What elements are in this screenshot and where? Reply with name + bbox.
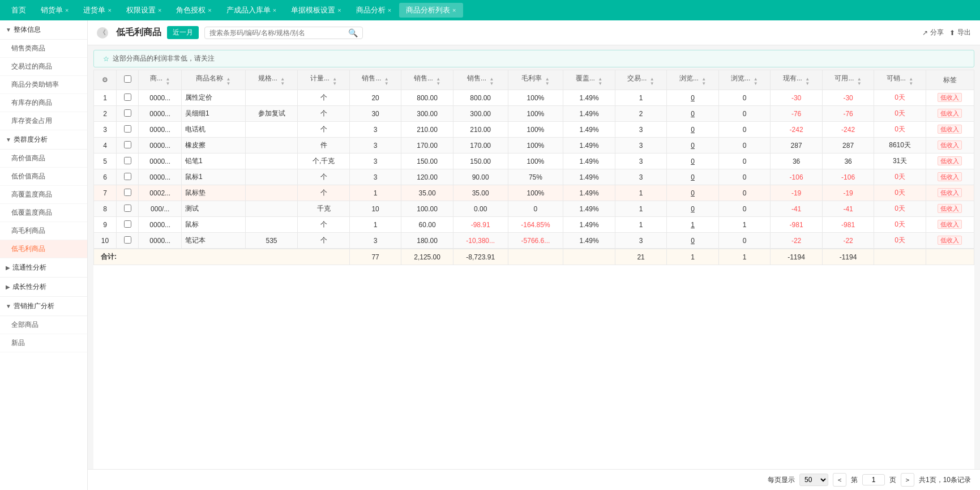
sidebar-item-in-stock[interactable]: 有库存的商品	[0, 94, 87, 112]
row-checkbox[interactable]	[117, 106, 139, 122]
col-current[interactable]: 现有... ▲▼	[771, 70, 823, 90]
nav-close-purchase[interactable]: ×	[108, 7, 111, 14]
nav-close-sales[interactable]: ×	[65, 7, 69, 14]
row-checkbox[interactable]	[117, 154, 139, 169]
select-all-checkbox[interactable]	[124, 75, 131, 83]
nav-close-analysis[interactable]: ×	[388, 7, 391, 14]
row-name[interactable]: 鼠标	[181, 217, 245, 233]
col-sale-amt1[interactable]: 销售... ▲▼	[401, 70, 453, 90]
col-tx-count[interactable]: 交易... ▲▼	[615, 70, 667, 90]
col-browse2[interactable]: 浏览... ▲▼	[718, 70, 771, 90]
nav-close-permission[interactable]: ×	[158, 7, 161, 14]
row-select-checkbox[interactable]	[124, 109, 131, 117]
row-name[interactable]: 鼠标1	[181, 169, 245, 185]
col-gross-rate[interactable]: 毛利率 ▲▼	[508, 70, 563, 90]
col-checkbox[interactable]	[117, 70, 139, 90]
nav-close-template[interactable]: ×	[337, 7, 341, 14]
nav-close-role[interactable]: ×	[208, 7, 211, 14]
page-number-input[interactable]	[862, 474, 885, 485]
row-checkbox[interactable]	[117, 233, 139, 249]
row-name[interactable]: 吴细细1	[181, 106, 245, 122]
sidebar-item-traded-goods[interactable]: 交易过的商品	[0, 58, 87, 76]
row-name[interactable]: 铅笔1	[181, 154, 245, 169]
nav-product-entry[interactable]: 产成品入库单 ×	[220, 3, 283, 18]
sidebar-group-growth[interactable]: ▶ 成长性分析	[0, 278, 87, 297]
row-checkbox[interactable]	[117, 138, 139, 154]
per-page-select[interactable]: 50 100 200	[799, 474, 828, 486]
sidebar-group-overall[interactable]: ▼ 整体信息	[0, 20, 87, 40]
row-name[interactable]: 属性定价	[181, 90, 245, 106]
col-sale-amt2[interactable]: 销售... ▲▼	[453, 70, 508, 90]
sidebar-item-category-sales[interactable]: 商品分类助销率	[0, 76, 87, 94]
row-checkbox[interactable]	[117, 90, 139, 106]
page-next-button[interactable]: ＞	[901, 473, 914, 487]
sidebar-group-marketing[interactable]: ▼ 营销推广分析	[0, 297, 87, 316]
sidebar-item-stock-capital[interactable]: 库存资金占用	[0, 112, 87, 130]
row-select-checkbox[interactable]	[124, 236, 131, 244]
sidebar-item-new-goods[interactable]: 新品	[0, 334, 87, 352]
sidebar-item-high-value[interactable]: 高价值商品	[0, 150, 87, 168]
row-browse1[interactable]: 0	[667, 138, 719, 154]
nav-home[interactable]: 首页	[5, 3, 33, 18]
row-name[interactable]: 笔记本	[181, 233, 245, 249]
row-name[interactable]: 测试	[181, 201, 245, 217]
row-name[interactable]: 橡皮擦	[181, 138, 245, 154]
col-settings[interactable]: ⚙	[94, 70, 117, 90]
row-checkbox[interactable]	[117, 169, 139, 185]
row-name[interactable]: 电话机	[181, 122, 245, 138]
row-browse1[interactable]: 0	[667, 106, 719, 122]
row-browse1[interactable]: 0	[667, 169, 719, 185]
col-unit[interactable]: 计量... ▲▼	[298, 70, 350, 90]
nav-close-analysis-list[interactable]: ×	[452, 7, 456, 14]
nav-template-settings[interactable]: 单据模板设置 ×	[284, 3, 348, 18]
sidebar-item-low-margin[interactable]: 低毛利商品	[0, 240, 87, 258]
sidebar-item-low-value[interactable]: 低价值商品	[0, 168, 87, 186]
sidebar-item-high-coverage[interactable]: 高覆盖度商品	[0, 186, 87, 204]
nav-permission-settings[interactable]: 权限设置 ×	[119, 3, 168, 18]
page-prev-button[interactable]: ＜	[833, 473, 846, 487]
row-select-checkbox[interactable]	[124, 125, 131, 133]
row-browse1[interactable]: 0	[667, 201, 719, 217]
row-browse1[interactable]: 0	[667, 154, 719, 169]
nav-sales-order[interactable]: 销货单 ×	[34, 3, 75, 18]
row-select-checkbox[interactable]	[124, 220, 131, 228]
sidebar-collapse-button[interactable]: 《	[97, 27, 108, 39]
sidebar-item-high-margin[interactable]: 高毛利商品	[0, 222, 87, 240]
sidebar-group-cluster[interactable]: ▼ 类群度分析	[0, 130, 87, 150]
col-saleable[interactable]: 可销... ▲▼	[874, 70, 926, 90]
nav-product-analysis[interactable]: 商品分析 ×	[349, 3, 398, 18]
sidebar-item-low-coverage[interactable]: 低覆盖度商品	[0, 204, 87, 222]
row-checkbox[interactable]	[117, 217, 139, 233]
period-button[interactable]: 近一月	[167, 26, 199, 39]
row-checkbox[interactable]	[117, 201, 139, 217]
row-name[interactable]: 鼠标垫	[181, 185, 245, 201]
row-browse1[interactable]: 0	[667, 122, 719, 138]
export-button[interactable]: ⬆ 导出	[949, 28, 971, 37]
row-select-checkbox[interactable]	[124, 189, 131, 196]
row-checkbox[interactable]	[117, 122, 139, 138]
row-select-checkbox[interactable]	[124, 157, 131, 164]
col-sale-qty[interactable]: 销售... ▲▼	[349, 70, 401, 90]
row-browse1[interactable]: 1	[667, 217, 719, 233]
col-browse1[interactable]: 浏览... ▲▼	[667, 70, 719, 90]
share-button[interactable]: ↗ 分享	[922, 28, 944, 37]
row-checkbox[interactable]	[117, 185, 139, 201]
nav-close-product[interactable]: ×	[273, 7, 276, 14]
sidebar-item-all-goods[interactable]: 全部商品	[0, 316, 87, 334]
nav-analysis-list[interactable]: 商品分析列表 ×	[399, 3, 463, 18]
col-spec[interactable]: 规格... ▲▼	[245, 70, 298, 90]
row-browse1[interactable]: 0	[667, 185, 719, 201]
row-select-checkbox[interactable]	[124, 173, 131, 180]
col-available[interactable]: 可用... ▲▼	[822, 70, 874, 90]
sidebar-group-circulation[interactable]: ▶ 流通性分析	[0, 258, 87, 278]
nav-role-auth[interactable]: 角色授权 ×	[169, 3, 218, 18]
row-browse1[interactable]: 0	[667, 233, 719, 249]
row-browse1[interactable]: 0	[667, 90, 719, 106]
row-select-checkbox[interactable]	[124, 141, 131, 148]
search-input[interactable]	[209, 29, 348, 37]
sidebar-item-sales-goods[interactable]: 销售类商品	[0, 40, 87, 58]
nav-purchase-order[interactable]: 进货单 ×	[76, 3, 118, 18]
col-code[interactable]: 商... ▲▼	[139, 70, 181, 90]
row-select-checkbox[interactable]	[124, 204, 131, 212]
col-name[interactable]: 商品名称 ▲▼	[181, 70, 245, 90]
